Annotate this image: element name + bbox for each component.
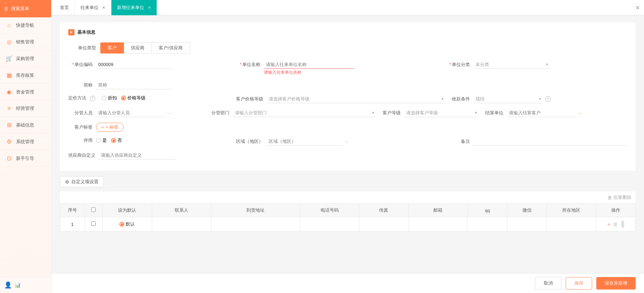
addr-input[interactable] (214, 222, 297, 227)
pricing-method-field: 定价方法 ? 折扣 价格等级 (68, 95, 236, 101)
save-button[interactable]: 保存 (566, 277, 592, 290)
dept-select[interactable]: 请输入分管部门 (233, 109, 376, 117)
customer-price-level-select[interactable]: 请选择客户价格等级 (267, 95, 446, 103)
unit-type-row: 单位类型 客户 供应商 客户/供应商 (68, 42, 627, 54)
unit-category-select[interactable]: 未分类 (473, 60, 550, 68)
td-region (547, 217, 596, 231)
table-tbody: 1 默认 (60, 217, 636, 231)
cancel-button[interactable]: 取消 (535, 277, 561, 290)
purchase-icon: 🛒 (6, 55, 13, 62)
radio-level[interactable]: 价格等级 (121, 95, 146, 101)
td-qq (468, 217, 507, 231)
sidebar-item-basic[interactable]: ⊞ 基础信息 (0, 117, 51, 133)
sidebar-search[interactable]: ☰ 搜索菜单 (0, 0, 51, 17)
payment-terms-select[interactable]: 现结 (473, 95, 543, 103)
section-title-text: 基本信息 (77, 29, 95, 35)
tab-label: 新增往来单位 (117, 5, 144, 11)
sidebar-item-system[interactable]: ⚙ 系统管理 (0, 133, 51, 150)
radio-disabled-no[interactable]: 否 (111, 137, 122, 144)
sidebar-item-guide[interactable]: ⊡ 新手引导 (0, 150, 51, 167)
required-indicator: * (449, 62, 451, 67)
finance-icon: ◉ (6, 89, 13, 95)
qq-input[interactable] (471, 222, 504, 227)
sidebar-item-purchase[interactable]: 🛒 采购管理 (0, 50, 51, 67)
sidebar-item-quick-nav[interactable]: ⌂ 快捷导航 (0, 17, 51, 34)
tab-close-partner[interactable]: ✕ (102, 5, 105, 10)
manager-field: 分管人员 ··· (68, 109, 205, 117)
select-all-checkbox[interactable] (91, 207, 96, 212)
unit-type-supplier-button[interactable]: 供应商 (124, 42, 151, 54)
row-default-radio[interactable]: 默认 (105, 221, 149, 227)
pricing-help-icon[interactable]: ? (90, 96, 95, 101)
radio-discount[interactable]: 折扣 (102, 95, 117, 101)
batch-delete-button[interactable]: 🗑 批量删除 (607, 194, 631, 201)
wx-input[interactable] (510, 222, 543, 227)
row-checkbox[interactable] (91, 221, 96, 226)
stats-icon: 📊 (15, 282, 21, 288)
form-row-tags: 客户标签 + + 标签 (68, 123, 627, 132)
basic-info-card: F 基本信息 单位类型 客户 供应商 客户/供应商 *单位编码 (60, 22, 636, 171)
unit-code-input[interactable] (96, 60, 173, 69)
tag-add-button[interactable]: + + 标签 (96, 123, 124, 132)
add-row-button[interactable]: + (607, 221, 610, 227)
remark-input[interactable] (473, 137, 627, 146)
td-default: 默认 (102, 217, 152, 231)
delete-row-button[interactable]: 🗑 (613, 221, 618, 227)
customer-level-select[interactable]: 请选择客户等级 (404, 109, 479, 117)
tab-close-new-partner[interactable]: ✕ (148, 5, 151, 10)
operations-icon: ≡ (6, 105, 13, 112)
td-fax (359, 217, 409, 231)
sidebar-item-operations[interactable]: ≡ 经营管理 (0, 100, 51, 117)
tab-label: 首页 (60, 5, 69, 11)
table-scroll-area: 序号 设为默认 联系人 到货地址 电话号码 传真 邮箱 qq 微信 (60, 203, 636, 231)
unit-name-input[interactable] (264, 60, 354, 69)
th-action: 操作 (596, 204, 635, 217)
unit-name-field: *单位名称 请输入往来单位名称 (236, 60, 446, 75)
table-header-row: 🗑 批量删除 (60, 192, 636, 203)
custom-settings-label: 自定义项设置 (71, 179, 99, 185)
radio-disabled-yes[interactable]: 是 (96, 137, 107, 144)
settlement-label: 结算单位 (479, 110, 503, 116)
section-icon: F (68, 29, 74, 35)
region-row-input[interactable] (550, 222, 593, 227)
settlement-more-button[interactable]: ··· (576, 110, 583, 116)
settlement-input[interactable] (507, 109, 576, 117)
close-all-tabs-button[interactable]: ✕ (635, 4, 640, 11)
save-and-new-button[interactable]: 保存并新增 (596, 277, 636, 290)
custom-settings-button[interactable]: ⚙ 自定义项设置 (60, 176, 104, 187)
remark-label: 备注 (446, 138, 470, 145)
tab-partner[interactable]: 往来单位 ✕ (75, 0, 111, 15)
unit-type-customer-button[interactable]: 客户 (100, 42, 124, 54)
sidebar-item-finance[interactable]: ◉ 资金管理 (0, 84, 51, 100)
sidebar-item-inventory[interactable]: ▦ 库存核算 (0, 67, 51, 84)
sidebar-item-label: 基础信息 (16, 122, 34, 128)
customer-level-field: 客户等级 请选择客户等级 ▼ (376, 109, 479, 117)
manager-more-button[interactable]: ··· (166, 110, 173, 116)
sales-icon: ◎ (6, 39, 13, 45)
region-more-button[interactable]: ··· (343, 139, 350, 144)
fax-input[interactable] (362, 222, 406, 227)
system-icon: ⚙ (6, 138, 13, 145)
supplier-custom-input[interactable] (99, 151, 175, 160)
sidebar-item-label: 经营管理 (16, 105, 34, 112)
sidebar-item-label: 采购管理 (16, 56, 34, 62)
manager-input[interactable] (96, 109, 166, 117)
customer-price-level-field: 客户价格等级 请选择客户价格等级 ▼ (236, 95, 446, 103)
customer-level-select-wrapper: 请选择客户等级 ▼ (404, 109, 479, 117)
sidebar-bottom: 👤 📊 (0, 277, 51, 293)
region-input[interactable] (267, 137, 343, 146)
contact-input[interactable] (155, 222, 208, 227)
short-name-input[interactable] (96, 81, 173, 89)
tab-home[interactable]: 首页 (54, 0, 75, 15)
payment-terms-select-wrapper: 现结 ▼ (473, 95, 543, 103)
table-thead: 序号 设为默认 联系人 到货地址 电话号码 传真 邮箱 qq 微信 (60, 204, 636, 217)
unit-category-label: *单位分类 (446, 62, 470, 68)
sidebar-item-sales[interactable]: ◎ 销售管理 (0, 34, 51, 50)
phone-input[interactable] (303, 222, 356, 227)
payment-help-icon[interactable]: ? (545, 96, 551, 102)
tab-new-partner[interactable]: 新增往来单位 ✕ (111, 0, 157, 15)
unit-type-both-button[interactable]: 客户/供应商 (151, 42, 190, 54)
email-input[interactable] (411, 222, 465, 227)
drag-handle[interactable] (621, 221, 624, 228)
unit-type-label: 单位类型 (68, 45, 96, 51)
